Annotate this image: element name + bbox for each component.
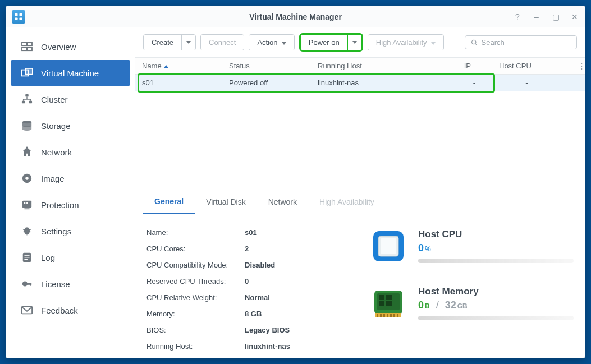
sidebar-item-feedback[interactable]: Feedback [11, 297, 130, 323]
table-body: s01 Powered off linuxhint-nas - - [135, 75, 585, 91]
sidebar-item-cluster[interactable]: Cluster [11, 86, 130, 112]
cluster-icon [21, 94, 33, 105]
help-button[interactable]: ? [513, 12, 522, 21]
kv-key: CPU Relative Weight: [146, 293, 245, 302]
kv-row: CPU Compatibility Mode:Disabled [146, 257, 342, 273]
poweron-button[interactable]: Power on [301, 35, 347, 50]
tab-network[interactable]: Network [257, 191, 308, 213]
network-icon [21, 146, 33, 158]
maximize-button[interactable]: ▢ [551, 12, 560, 21]
sidebar-item-overview[interactable]: Overview [11, 34, 130, 59]
action-button[interactable]: Action [249, 35, 294, 50]
sidebar-item-license[interactable]: License [11, 271, 130, 297]
cell-ip: - [398, 75, 482, 91]
th-status[interactable]: Status [222, 58, 311, 74]
kv-key: CPU Compatibility Mode: [146, 261, 245, 269]
protection-icon [21, 199, 33, 210]
sidebar-label: Virtual Machine [41, 68, 99, 78]
image-icon [21, 173, 33, 184]
kv-val: linuxhint-nas [245, 342, 290, 351]
caret-down-icon [431, 42, 436, 45]
metrics-panel: Host CPU 0% [354, 224, 574, 358]
svg-rect-28 [22, 307, 32, 314]
kv-key: CPU Cores: [146, 245, 245, 253]
caret-down-icon [186, 41, 191, 44]
svg-rect-0 [15, 13, 17, 16]
cell-host: linuxhint-nas [311, 75, 398, 91]
table-header: Name Status Running Host IP Host CPU ⋮ [135, 57, 585, 75]
poweron-dropdown-caret[interactable] [347, 35, 361, 50]
ha-button-group: High Availability [368, 34, 444, 50]
metric-value: 0% [418, 242, 574, 254]
metric-used-unit: B [425, 302, 430, 310]
svg-rect-38 [379, 295, 384, 300]
kv-key: BIOS: [146, 326, 245, 334]
sidebar-item-virtual-machine[interactable]: Virtual Machine [11, 60, 130, 86]
app-icon [12, 10, 25, 24]
svg-rect-48 [393, 314, 395, 317]
sidebar-item-image[interactable]: Image [11, 165, 130, 191]
overview-icon [21, 41, 33, 52]
sidebar-label: Network [41, 148, 72, 157]
sidebar-item-log[interactable]: Log [11, 245, 130, 270]
svg-rect-47 [390, 314, 392, 317]
kv-row: Name:s01 [146, 224, 342, 241]
th-more[interactable]: ⋮ [571, 58, 585, 74]
sidebar-item-storage[interactable]: Storage [11, 113, 130, 139]
cell-name: s01 [135, 75, 222, 91]
cell-more [571, 75, 585, 91]
sidebar-item-settings[interactable]: Settings [11, 218, 130, 244]
metric-host-memory: Host Memory 0B / 32GB [371, 286, 574, 321]
svg-rect-11 [22, 101, 25, 104]
svg-rect-1 [20, 13, 22, 16]
svg-rect-9 [25, 68, 33, 75]
th-host[interactable]: Running Host [311, 58, 398, 74]
sidebar-item-network[interactable]: Network [11, 139, 130, 165]
svg-point-31 [472, 40, 476, 44]
th-ip[interactable]: IP [398, 58, 482, 74]
action-button-group: Action [249, 34, 294, 50]
svg-rect-2 [15, 17, 17, 20]
create-dropdown-caret[interactable] [181, 35, 195, 50]
svg-rect-5 [28, 43, 32, 45]
app-window: Virtual Machine Manager ? – ▢ ✕ Overview… [6, 6, 585, 358]
metric-unit: % [425, 245, 431, 253]
close-button[interactable]: ✕ [570, 12, 579, 21]
th-cpu[interactable]: Host CPU [482, 58, 571, 74]
kv-val: Normal [245, 293, 270, 302]
svg-rect-44 [380, 314, 382, 317]
kv-val: 0 [245, 277, 249, 285]
kv-val: s01 [245, 228, 257, 237]
th-name[interactable]: Name [135, 58, 222, 74]
detail-body: Name:s01 CPU Cores:2 CPU Compatibility M… [135, 214, 585, 358]
metric-total: 32 [445, 300, 456, 311]
search-box[interactable] [465, 35, 577, 49]
metric-used: 0 [418, 300, 424, 311]
tab-virtual-disk[interactable]: Virtual Disk [195, 191, 257, 213]
property-list: Name:s01 CPU Cores:2 CPU Compatibility M… [146, 224, 354, 358]
create-button[interactable]: Create [144, 35, 181, 50]
tab-general[interactable]: General [143, 190, 195, 214]
sidebar-label: Image [41, 174, 65, 183]
kv-val: 2 [245, 245, 249, 253]
svg-rect-19 [26, 202, 28, 204]
svg-rect-24 [24, 259, 27, 260]
svg-rect-6 [22, 48, 26, 50]
table-row[interactable]: s01 Powered off linuxhint-nas - - [135, 75, 585, 91]
settings-icon [21, 225, 33, 237]
cell-cpu: - [482, 75, 571, 91]
svg-rect-35 [381, 238, 396, 254]
svg-rect-18 [24, 202, 26, 204]
metric-total-unit: GB [457, 302, 468, 310]
sidebar-item-protection[interactable]: Protection [11, 192, 130, 218]
titlebar: Virtual Machine Manager ? – ▢ ✕ [6, 6, 585, 27]
search-input[interactable] [482, 38, 571, 47]
connect-button-group: Connect [200, 34, 244, 50]
ha-button[interactable]: High Availability [368, 35, 443, 50]
connect-button[interactable]: Connect [201, 35, 244, 50]
caret-down-icon [352, 41, 357, 44]
kv-row: Reserved CPU Threads:0 [146, 273, 342, 289]
svg-rect-3 [20, 17, 22, 20]
cell-status: Powered off [222, 75, 311, 91]
minimize-button[interactable]: – [532, 12, 541, 21]
